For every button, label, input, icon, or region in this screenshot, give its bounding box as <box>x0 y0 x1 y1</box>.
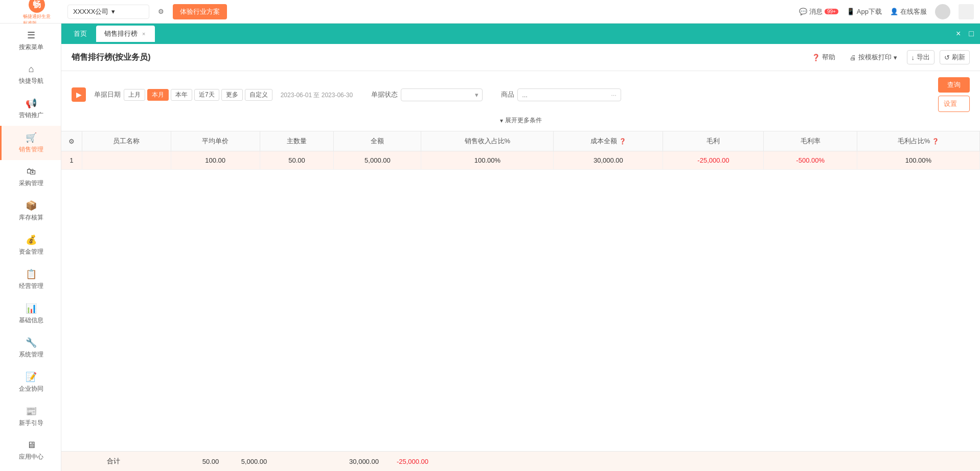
message-icon: 💬 <box>799 8 807 15</box>
th-profit-pct: 毛利占比% ❓ <box>857 131 979 151</box>
expand-arrow-button[interactable]: ▶ <box>72 87 86 102</box>
sidebar-item-label: 经营管理 <box>19 282 43 290</box>
sidebar-item-sales[interactable]: 🛒 销售管理 <box>0 126 61 160</box>
sidebar-item-label: 采购管理 <box>19 179 43 188</box>
table-header: ⚙ 员工名称 平均单价 主数量 全额 销售收入占比% 成本全额 ❓ 毛利 毛利率 <box>61 131 980 151</box>
expand-down-icon: ▾ <box>500 117 503 124</box>
footer-quantity-value: 50.00 <box>202 458 219 465</box>
tab-sales-ranking[interactable]: 销售排行榜 × <box>96 26 155 42</box>
date-btn-cur-year[interactable]: 本年 <box>171 89 192 101</box>
user-name-area[interactable] <box>959 4 974 19</box>
page-header: 销售排行榜(按业务员) ❓ 帮助 🖨 按模板打印 ▾ ↓ 导出 <box>61 44 980 71</box>
footer-cost: 30,000.00 <box>338 458 390 465</box>
online-service-label: 在线客服 <box>900 7 927 16</box>
sidebar-item-system[interactable]: 🔧 系统管理 <box>0 331 61 365</box>
header-row: ⚙ 员工名称 平均单价 主数量 全额 销售收入占比% 成本全额 ❓ 毛利 毛利率 <box>61 131 980 151</box>
expand-more-button[interactable]: ▾ 展开更多条件 <box>500 116 542 125</box>
status-select[interactable] <box>401 88 483 101</box>
sidebar-item-inventory[interactable]: 📦 库存核算 <box>0 194 61 228</box>
print-icon: 🖨 <box>850 54 856 61</box>
online-service-button[interactable]: 👤 在线客服 <box>890 7 927 16</box>
sidebar-item-newbie[interactable]: 📰 新手引导 <box>0 399 61 434</box>
enterprise-icon: 📝 <box>26 371 37 383</box>
th-profit: 毛利 <box>663 131 764 151</box>
date-btn-cur-month[interactable]: 本月 <box>147 89 169 101</box>
sidebar-item-label: 应用中心 <box>19 453 43 461</box>
company-name: XXXXX公司 <box>73 7 108 16</box>
th-quantity: 主数量 <box>260 131 334 151</box>
sidebar-item-finance[interactable]: 💰 资金管理 <box>0 228 61 262</box>
page-actions: ❓ 帮助 🖨 按模板打印 ▾ ↓ 导出 ↺ 刷新 <box>807 50 970 64</box>
date-btn-more[interactable]: 更多 <box>221 89 243 101</box>
query-button[interactable]: 查询 <box>938 77 970 93</box>
sidebar-item-purchase[interactable]: 🛍 采购管理 <box>0 160 61 194</box>
refresh-label: 刷新 <box>952 53 965 62</box>
footer-label: 合计 <box>88 457 139 466</box>
footer-profit: -25,000.00 <box>390 458 436 465</box>
expand-more-label: 展开更多条件 <box>505 116 542 125</box>
cell-profit-rate: -500.00% <box>764 151 857 170</box>
print-button[interactable]: 🖨 按模板打印 ▾ <box>845 50 902 64</box>
export-icon: ↓ <box>911 54 915 61</box>
settings-button[interactable]: ⚙ <box>153 4 169 19</box>
avatar[interactable] <box>935 4 950 19</box>
cell-rank: 1 <box>61 151 82 170</box>
date-label: 单据日期 <box>94 90 121 99</box>
app-download-button[interactable]: 📱 App下载 <box>847 7 882 16</box>
tab-close-all-icon[interactable]: × <box>954 27 963 40</box>
th-settings[interactable]: ⚙ <box>61 131 82 151</box>
chevron-down-icon: ▾ <box>111 8 115 15</box>
sidebar-item-quicknav[interactable]: ⌂ 快捷导航 <box>0 58 61 92</box>
message-button[interactable]: 💬 消息 99+ <box>799 7 838 16</box>
date-btn-7days[interactable]: 近7天 <box>194 89 219 101</box>
help-icon: ❓ <box>812 54 820 61</box>
th-sales-pct: 销售收入占比% <box>421 131 554 151</box>
help-button[interactable]: ❓ 帮助 <box>807 50 840 64</box>
sidebar-item-enterprise[interactable]: 📝 企业协同 <box>0 365 61 399</box>
settings-link[interactable]: 设置 <box>938 96 970 112</box>
tab-close-icon[interactable]: × <box>141 30 147 37</box>
tab-home[interactable]: 首页 <box>65 26 95 42</box>
tab-maximize-icon[interactable]: □ <box>967 27 976 40</box>
help-label: 帮助 <box>822 53 835 62</box>
table-footer: 合计 50.00 5,000.00 30,000.00 -25,000.00 <box>61 451 980 471</box>
tab-home-label: 首页 <box>74 29 87 38</box>
th-cost: 成本全额 ❓ <box>554 131 663 151</box>
date-btn-custom[interactable]: 自定义 <box>245 89 272 101</box>
header-right: 💬 消息 99+ 📱 App下载 👤 在线客服 <box>799 4 974 19</box>
sidebar-item-management[interactable]: 📋 经营管理 <box>0 262 61 297</box>
sidebar-item-label: 营销推广 <box>19 111 43 120</box>
sidebar-item-weixin[interactable]: 💬 企业微信 <box>0 467 61 471</box>
app-icon: 🖥 <box>27 440 36 451</box>
goods-label: 商品 <box>501 90 514 99</box>
message-label: 消息 <box>809 7 823 16</box>
export-button[interactable]: ↓ 导出 <box>907 50 935 64</box>
footer-amount-value: 5,000.00 <box>241 458 267 465</box>
sidebar-item-label: 新手引导 <box>19 419 43 428</box>
sidebar-item-basic[interactable]: 📊 基础信息 <box>0 297 61 331</box>
goods-input[interactable] <box>522 91 608 99</box>
sidebar-item-search[interactable]: ☰ 搜索菜单 <box>0 24 61 58</box>
sidebar-item-label: 基础信息 <box>19 316 43 325</box>
newbie-icon: 📰 <box>26 406 37 417</box>
sidebar-item-marketing[interactable]: 📢 营销推广 <box>0 92 61 126</box>
system-icon: 🔧 <box>26 337 37 348</box>
search-menu-icon: ☰ <box>27 30 35 41</box>
inventory-icon: 📦 <box>26 200 37 211</box>
company-selector[interactable]: XXXXX公司 ▾ <box>67 5 149 19</box>
print-chevron-icon: ▾ <box>894 54 897 61</box>
table-body: 1 100.00 50.00 5,000.00 100.00% 30,000.0… <box>61 151 980 170</box>
trial-button[interactable]: 体验行业方案 <box>173 4 227 19</box>
column-settings-icon[interactable]: ⚙ <box>69 138 75 145</box>
refresh-button[interactable]: ↺ 刷新 <box>940 50 970 64</box>
th-avg-price: 平均单价 <box>171 131 260 151</box>
cell-name <box>82 151 171 170</box>
finance-icon: 💰 <box>26 234 37 245</box>
sidebar-item-label: 资金管理 <box>19 248 43 256</box>
sidebar-item-appcenter[interactable]: 🖥 应用中心 <box>0 434 61 467</box>
main-layout: ☰ 搜索菜单 ⌂ 快捷导航 📢 营销推广 🛒 销售管理 🛍 采购管理 📦 库存核… <box>0 24 980 471</box>
date-btn-prev-month[interactable]: 上月 <box>124 89 145 101</box>
profit-pct-help-icon[interactable]: ❓ <box>932 138 939 144</box>
footer-amount: 5,000.00 <box>231 458 277 465</box>
cost-help-icon[interactable]: ❓ <box>619 138 626 144</box>
